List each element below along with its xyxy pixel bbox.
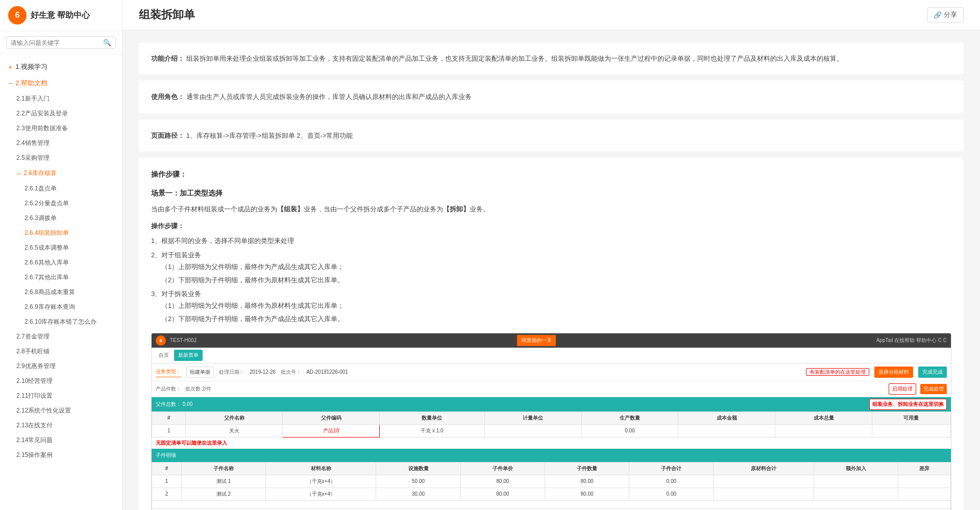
sidebar-item-docs-label: 2.帮助文档 <box>15 79 47 88</box>
sidebar-item-2-6-3[interactable]: 2.6.3调拨单 <box>24 211 122 226</box>
sidebar-item-2-15[interactable]: 2.15操作案例 <box>0 448 122 463</box>
page-title: 组装拆卸单 <box>139 7 195 22</box>
steps-sub-label: 操作步骤： <box>151 220 951 232</box>
mock-form-row1: 业务类型： 组建单据 处理日期： 2019-12-26 批次号： AD-2019… <box>152 363 951 381</box>
sidebar-item-video-label: 1.视频学习 <box>15 62 47 71</box>
step1: 1、根据不同的业务，选择不同单据的类型来处理 <box>151 235 951 247</box>
path-card: 页面路径： 1、库存核算->库存管理->组装拆卸单 2、首页->常用功能 <box>139 119 964 152</box>
th-cost-amt: 成本金额 <box>678 412 775 425</box>
annotation4-area: 无固定清单可以随便在这里录入 <box>152 438 951 449</box>
mock-form-date-label: 处理日期： <box>219 368 244 377</box>
th-avail: 可用量 <box>872 412 950 425</box>
th-qty-unit: 数量单位 <box>380 412 485 425</box>
mock-nav: 自页 新新票单 <box>152 348 951 363</box>
sidebar-item-2-1[interactable]: 2.1新手入门 <box>0 91 122 106</box>
sidebar-item-2-10[interactable]: 2.10经营管理 <box>0 374 122 388</box>
mock-table2-body: 1 测试 1 （千克x+4） 50.00 80.00 80.00 0.00 <box>152 475 951 510</box>
td-num: 1 <box>152 425 186 438</box>
sidebar-item-2-6-10[interactable]: 2.6.10库存账本错了怎么办 <box>24 314 122 329</box>
step2-sub2: （2）下部明细为子件明细，最终作为原材料生成其它出库单。 <box>161 274 951 286</box>
sidebar-item-2-8[interactable]: 2.8手机旺铺 <box>0 344 122 359</box>
content-scroll: 功能介绍： 组装拆卸单用来处理企业组装或拆卸等加工业务，支持有固定装配清单的产品… <box>122 30 980 510</box>
mock-table2: # 子件名称 材料名称 设施数量 子件单价 子件数量 子件合计 原材料合计 额外… <box>152 462 951 510</box>
table-row <box>152 500 951 508</box>
sidebar-item-2-13[interactable]: 2.13在线支付 <box>0 418 122 433</box>
th2-set-qty: 设施数量 <box>376 462 460 475</box>
mock-table2-header: # 子件名称 材料名称 设施数量 子件单价 子件数量 子件合计 原材料合计 额外… <box>152 462 951 475</box>
search-input[interactable] <box>11 39 103 46</box>
sidebar-item-video[interactable]: + 1.视频学习 <box>0 59 122 75</box>
sidebar-item-2-6-7[interactable]: 2.6.7其他出库单 <box>24 270 122 285</box>
step3: 3、对于拆装业务 （1）上部明细为父件明细，最终作为原材料生成其它出库单； （2… <box>151 288 951 325</box>
th-num: # <box>152 412 186 425</box>
sidebar-item-2-4[interactable]: 2.4销售管理 <box>0 136 122 151</box>
sidebar-item-2-2[interactable]: 2.2产品安装及登录 <box>0 106 122 121</box>
search-area: 🔍 <box>0 31 122 55</box>
mock-count-label: 批次数 2/件 <box>185 384 211 394</box>
step3-sub1: （1）上部明细为父件明细，最终作为原材料生成其它出库单； <box>161 300 951 311</box>
mock-topbar: 6 TEST-H002 同票据的一天 AppTail 在线帮助 帮助中心 C C <box>152 333 951 348</box>
sidebar-item-2-14[interactable]: 2.14常见问题 <box>0 433 122 448</box>
sidebar-item-2-6-4[interactable]: 2.6.4组装拆卸单 <box>24 226 122 240</box>
th-prod-qty: 生产数量 <box>581 412 678 425</box>
th2-unit-price: 子件单价 <box>460 462 545 475</box>
th2-extra: 额外加入 <box>814 462 898 475</box>
sidebar-item-2-5[interactable]: 2.5采购管理 <box>0 151 122 165</box>
table-row: 1 测试 1 （千克x+4） 50.00 80.00 80.00 0.00 <box>152 475 951 488</box>
th-parent-code: 父件编码 <box>283 412 380 425</box>
steps-list: 1、根据不同的业务，选择不同单据的类型来处理 2、对于组装业务 （1）上部明细为… <box>151 235 951 325</box>
sidebar-item-2-7[interactable]: 2.7资金管理 <box>0 329 122 344</box>
ops-label: 操作步骤： <box>151 168 951 181</box>
mock-section2-header: 子件明细 <box>152 449 951 462</box>
role-label: 使用角色： <box>151 93 184 101</box>
search-icon[interactable]: 🔍 <box>103 39 111 46</box>
mock-table1-container: # 父件名称 父件编码 数量单位 计量单位 生产数量 成本金额 成本总量 可用量 <box>152 411 951 438</box>
role-text: 通常由生产人员或库管人员完成拆装业务的操作，库管人员确认原材料的出库和产成品的入… <box>186 93 472 101</box>
th-measure-unit: 计量单位 <box>484 412 581 425</box>
mock-table2-container: # 子件名称 材料名称 设施数量 子件单价 子件数量 子件合计 原材料合计 额外… <box>152 462 951 510</box>
sidebar-item-docs[interactable]: − 2.帮助文档 <box>0 75 122 91</box>
sidebar-item-2-6-5[interactable]: 2.6.5成本调整单 <box>24 240 122 255</box>
step2: 2、对于组装业务 （1）上部明细为父件明细，最终作为产成品生成其它入库单； （2… <box>151 249 951 286</box>
mock-section-title: 父件总数： 0.00 <box>156 400 192 409</box>
intro-card: 功能介绍： 组装拆卸单用来处理企业组装或拆卸等加工业务，支持有固定装配清单的产品… <box>139 42 964 75</box>
sidebar-item-2-6-1[interactable]: 2.6.1盘点单 <box>24 181 122 196</box>
mock-table1: # 父件名称 父件编码 数量单位 计量单位 生产数量 成本金额 成本总量 可用量 <box>152 411 951 438</box>
step2-subs: （1）上部明细为父件明细，最终作为产成品生成其它入库单； （2）下部明细为子件明… <box>151 261 951 286</box>
logo-area: 6 好生意 帮助中心 <box>0 0 122 31</box>
sidebar-item-2-6[interactable]: − 2.6库存核算 <box>0 165 122 181</box>
td-prod-qty: 0.00 <box>581 425 678 438</box>
share-button[interactable]: 🔗 分享 <box>927 7 964 22</box>
sidebar-item-2-12[interactable]: 2.12系统个性化设置 <box>0 403 122 418</box>
screenshot-container: 6 TEST-H002 同票据的一天 AppTail 在线帮助 帮助中心 C C… <box>151 333 951 510</box>
intro-text: 组装拆卸单用来处理企业组装或拆卸等加工业务，支持有固定装配清单的产品加工业务，也… <box>186 55 843 62</box>
td-cost-total <box>775 425 872 438</box>
sidebar-item-2-3[interactable]: 2.3使用前数据准备 <box>0 121 122 136</box>
app-title: 好生意 帮助中心 <box>31 10 90 21</box>
role-card: 使用角色： 通常由生产人员或库管人员完成拆装业务的操作，库管人员确认原材料的出库… <box>139 81 964 113</box>
main-area: 组装拆卸单 🔗 分享 功能介绍： 组装拆卸单用来处理企业组装或拆卸等加工业务，支… <box>122 0 980 510</box>
sidebar-item-2-6-2[interactable]: 2.6.2分量盘点单 <box>24 196 122 211</box>
mock-screen: 6 TEST-H002 同票据的一天 AppTail 在线帮助 帮助中心 C C… <box>152 333 951 510</box>
sidebar-item-2-9[interactable]: 2.9优惠券管理 <box>0 359 122 374</box>
td-parent-code: 产品18 <box>283 425 380 438</box>
mock-logo: 6 <box>156 335 166 346</box>
mock-form-date-value: 2019-12-26 <box>250 368 276 377</box>
sidebar-item-2-6-6[interactable]: 2.6.6其他入库单 <box>24 255 122 270</box>
mock-tab-active: 新新票单 <box>174 350 203 361</box>
search-box[interactable]: 🔍 <box>6 36 116 49</box>
mock-section-toggle: 产品件数： <box>156 384 181 394</box>
mock-topbar-id: TEST-H002 <box>170 336 197 345</box>
sidebar-item-2-6-9[interactable]: 2.6.9库存账本查询 <box>24 300 122 314</box>
sidebar-item-2-11[interactable]: 2.11打印设置 <box>0 388 122 403</box>
mock-form-type: 业务类型： <box>156 367 181 377</box>
mock-topbar-right: AppTail 在线帮助 帮助中心 C C <box>876 336 947 345</box>
mock-form-type-value: 组建单据 <box>186 367 214 378</box>
plus-icon: + <box>8 63 12 71</box>
annotation2-label: 组装业务、拆卸业务在这里切换 <box>869 399 947 410</box>
mock-table1-body: 1 关火 产品18 千克 x 1.0 0.00 <box>152 425 951 438</box>
steps-card: 操作步骤： 场景一：加工类型选择 当由多个子件材料组装成一个成品的业务为【组装】… <box>139 158 964 510</box>
th2-material-total: 原材料合计 <box>714 462 814 475</box>
mock-table1-header: # 父件名称 父件编码 数量单位 计量单位 生产数量 成本金额 成本总量 可用量 <box>152 412 951 425</box>
sidebar-item-2-6-8[interactable]: 2.6.8商品成本重算 <box>24 285 122 300</box>
